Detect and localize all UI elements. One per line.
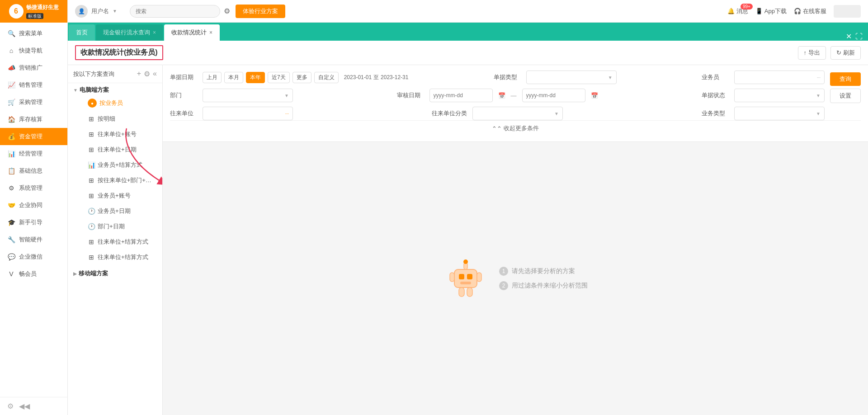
- tree-item-detail[interactable]: ⊞ 按明细: [80, 111, 162, 127]
- tree-item-salesperson-settlement[interactable]: 📊 业务员+结算方式: [80, 157, 162, 173]
- date-btn-this-month[interactable]: 本月: [224, 72, 243, 83]
- export-btn[interactable]: ↑ 导出: [798, 46, 826, 60]
- sidebar-item-system[interactable]: ⚙ 系统管理: [0, 179, 67, 197]
- home-icon: ⌂: [7, 47, 15, 55]
- setting-btn[interactable]: 设置: [830, 89, 861, 103]
- date-btn-7days[interactable]: 近7天: [268, 72, 290, 83]
- svg-rect-0: [454, 269, 477, 288]
- topbar-gear-btn[interactable]: ⚙: [224, 7, 230, 15]
- topbar: 👤 用户名 ▼ ⚙ 体验行业方案 🔔 消息 99+ 📱 App下载 🎧 在线客服: [68, 0, 868, 23]
- panel-header: 按以下方案查询 + ⚙ «: [68, 65, 162, 83]
- tree-section-mobile-arrow: ▶: [73, 271, 77, 276]
- svg-rect-8: [459, 288, 464, 297]
- doc-type-chevron: ▼: [608, 75, 613, 80]
- filter-main: 单据日期 上月 本月 本年 近7天 更多 自定义 2023-01-01: [170, 71, 825, 120]
- date-label: 单据日期: [170, 73, 197, 81]
- tree-item-partner-settlement-2[interactable]: ⊞ 往来单位+结算方式: [80, 250, 162, 265]
- close-all-icon[interactable]: ✕: [846, 32, 852, 41]
- tab-receipt-stats-close[interactable]: ×: [209, 29, 212, 36]
- calendar-icon-1[interactable]: 📅: [498, 92, 505, 99]
- sidebar-item-basic[interactable]: 📋 基础信息: [0, 162, 67, 179]
- tree-item-salesperson-date[interactable]: 🕐 业务员+日期: [80, 203, 162, 219]
- purchase-icon: 🛒: [7, 98, 15, 106]
- dept-select[interactable]: ▼: [203, 89, 293, 102]
- date-btn-this-year[interactable]: 本年: [246, 72, 265, 83]
- sidebar-item-quicknav[interactable]: ⌂ 快捷导航: [0, 42, 67, 59]
- partner-select[interactable]: ···: [203, 107, 293, 120]
- tree-item-partner-date[interactable]: ⊞ 往来单位+日期: [80, 142, 162, 157]
- add-scheme-btn[interactable]: +: [137, 70, 141, 78]
- collapse-filters-btn[interactable]: ⌃⌃ 收起更多条件: [170, 120, 861, 136]
- date-btn-more[interactable]: 更多: [292, 72, 311, 83]
- tab-bank-flow[interactable]: 现金银行流水查询 ×: [96, 24, 163, 41]
- collapse-panel-btn[interactable]: «: [153, 70, 157, 78]
- sidebar: 6 畅捷通好生意 标准版 🔍 搜索菜单 ⌂ 快捷导航 📣 营销推广 📈 销售管理…: [0, 0, 68, 415]
- doc-status-select[interactable]: ▼: [734, 89, 825, 102]
- sidebar-item-enterprise[interactable]: 🤝 企业协同: [0, 197, 67, 214]
- salesperson-select[interactable]: ···: [734, 71, 825, 84]
- partner-category-label: 往来单位分类: [432, 109, 467, 118]
- date-btn-last-month[interactable]: 上月: [203, 72, 222, 83]
- tree-section-desktop[interactable]: ▼ 电脑端方案: [68, 83, 162, 95]
- user-info-area: [834, 5, 861, 18]
- tree-item-partner-account[interactable]: ⊞ 往来单位+账号: [80, 127, 162, 142]
- fullscreen-icon[interactable]: ⛶: [855, 33, 863, 41]
- partner-more-btn[interactable]: ···: [285, 111, 289, 116]
- svg-rect-2: [467, 274, 472, 279]
- date-btn-custom[interactable]: 自定义: [314, 72, 339, 83]
- topbar-search-input[interactable]: [130, 5, 220, 18]
- review-date-from[interactable]: [429, 89, 493, 102]
- app-download-btn[interactable]: 📱 App下载: [755, 7, 787, 15]
- tree-item-salesperson-account[interactable]: ⊞ 业务员+账号: [80, 188, 162, 203]
- sidebar-item-finance[interactable]: 💰 资金管理: [0, 128, 67, 145]
- sidebar-item-wechat[interactable]: 💬 企业微信: [0, 248, 67, 265]
- sidebar-item-sales[interactable]: 📈 销售管理: [0, 76, 67, 94]
- biz-type-chevron: ▼: [816, 111, 821, 116]
- filter-row-2: 部门 ▼ 审核日期 📅 — 📅: [170, 89, 825, 102]
- online-service-btn[interactable]: 🎧 在线客服: [794, 7, 826, 15]
- sidebar-item-purchase[interactable]: 🛒 采购管理: [0, 94, 67, 111]
- refresh-icon: ↻: [836, 49, 841, 56]
- sidebar-item-guide[interactable]: 🎓 新手引导: [0, 214, 67, 231]
- review-date-label: 审核日期: [397, 91, 424, 99]
- doc-type-select[interactable]: ▼: [526, 71, 617, 84]
- messages-btn[interactable]: 🔔 消息 99+: [727, 7, 748, 15]
- main-content: 👤 用户名 ▼ ⚙ 体验行业方案 🔔 消息 99+ 📱 App下载 🎧 在线客服: [68, 0, 868, 415]
- logo-icon: 6: [9, 4, 24, 19]
- settings-footer-icon[interactable]: ⚙: [7, 402, 14, 410]
- logo-text: 畅捷通好生意 标准版: [26, 4, 59, 19]
- tree-item-dept-date[interactable]: 🕐 部门+日期: [80, 219, 162, 234]
- tab-bank-flow-close[interactable]: ×: [153, 29, 156, 36]
- sidebar-item-marketing[interactable]: 📣 营销推广: [0, 59, 67, 76]
- headset-icon: 🎧: [794, 8, 801, 14]
- sidebar-item-inventory[interactable]: 🏠 库存核算: [0, 111, 67, 128]
- tab-home[interactable]: 首页: [69, 24, 95, 41]
- tab-bar: 首页 现金银行流水查询 × 收款情况统计 × ✕ ⛶: [68, 23, 868, 41]
- tree-item-by-salesperson[interactable]: ● 按业务员: [80, 95, 162, 111]
- page-title-box: 收款情况统计(按业务员): [75, 45, 163, 60]
- sidebar-item-hardware[interactable]: 🔧 智能硬件: [0, 231, 67, 248]
- tree-section-mobile[interactable]: ▶ 移动端方案: [68, 267, 162, 278]
- clock-icon-2: 🕐: [88, 223, 95, 230]
- sidebar-footer: ⚙ ◀◀: [0, 397, 67, 415]
- panel-header-actions: + ⚙ «: [137, 70, 157, 78]
- user-dropdown-arrow[interactable]: ▼: [113, 9, 117, 14]
- tree-item-partner-dept[interactable]: ⊞ 按往来单位+部门+收...: [80, 173, 162, 188]
- review-date-to[interactable]: [522, 89, 585, 102]
- collapse-sidebar-icon[interactable]: ◀◀: [19, 402, 30, 410]
- sales-icon: 📈: [7, 81, 15, 89]
- calendar-icon-2[interactable]: 📅: [591, 92, 598, 99]
- refresh-btn[interactable]: ↻ 刷新: [830, 46, 861, 60]
- data-empty-area: 1 请先选择要分析的方案 2 用过滤条件来缩小分析范围: [163, 142, 868, 415]
- partner-category-select[interactable]: ▼: [472, 107, 563, 120]
- sidebar-item-search[interactable]: 🔍 搜索菜单: [0, 25, 67, 42]
- tree-item-partner-settlement-1[interactable]: ⊞ 往来单位+结算方式: [80, 234, 162, 250]
- trial-btn[interactable]: 体验行业方案: [236, 5, 285, 18]
- tab-receipt-stats[interactable]: 收款情况统计 ×: [164, 24, 220, 41]
- sidebar-item-operations[interactable]: 📊 经营管理: [0, 145, 67, 162]
- hardware-icon: 🔧: [7, 236, 15, 244]
- query-btn[interactable]: 查询: [830, 72, 861, 86]
- scheme-settings-btn[interactable]: ⚙: [144, 70, 150, 78]
- biz-type-select[interactable]: ▼: [734, 107, 825, 120]
- sidebar-item-member[interactable]: V 畅会员: [0, 265, 67, 283]
